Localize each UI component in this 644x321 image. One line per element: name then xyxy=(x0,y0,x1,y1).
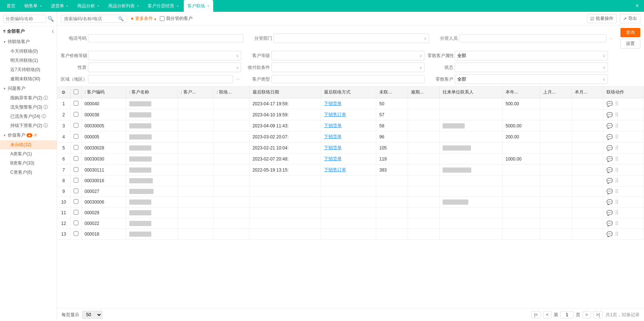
close-pa-icon[interactable]: × xyxy=(97,4,99,8)
status-select[interactable]: ∨ xyxy=(455,63,608,72)
my-customers-checkbox-area[interactable]: 我分管的客户 xyxy=(160,15,193,22)
grid-action-icon[interactable]: ⠿ xyxy=(615,112,619,118)
page-input[interactable] xyxy=(560,311,574,318)
grid-action-icon[interactable]: ⠿ xyxy=(615,145,619,151)
chat-icon[interactable]: 💬 xyxy=(606,156,613,162)
nav-purchase[interactable]: 进货单 × xyxy=(47,0,72,12)
grid-action-icon[interactable]: ⠿ xyxy=(615,188,619,194)
first-page-btn[interactable]: |< xyxy=(531,311,541,318)
grid-action-icon[interactable]: ⠿ xyxy=(615,156,619,162)
grid-action-icon[interactable]: ⠿ xyxy=(615,178,619,184)
sidebar-item-declining[interactable]: 持续下滑客户(2) ⓘ xyxy=(0,121,57,130)
sidebar-item-class-a[interactable]: A类客户(1) xyxy=(0,149,57,159)
nav-customer-tier[interactable]: 客户分层经营 × xyxy=(144,0,182,12)
close-purchase-icon[interactable]: × xyxy=(66,4,68,8)
customer-level-select[interactable]: ∨ xyxy=(271,51,425,60)
problem-customers-section[interactable]: ▼ 问题客户 xyxy=(0,84,57,94)
grid-action-icon[interactable]: ⠿ xyxy=(615,123,619,129)
td-checkbox[interactable] xyxy=(70,176,81,186)
pending-contact-section[interactable]: ▼ 待联络客户 xyxy=(0,37,57,47)
all-customers-header[interactable]: ⠿ 全部客户 《 xyxy=(0,26,57,37)
nav-sales[interactable]: 销售单 × xyxy=(21,0,46,12)
chat-icon[interactable]: 💬 xyxy=(606,178,613,184)
sidebar-item-churn-warning[interactable]: 流失预警客户(3) ⓘ xyxy=(0,103,57,112)
grid-action-icon[interactable]: ⠿ xyxy=(615,221,619,226)
sidebar-item-7days[interactable]: 近7天待联络(0) xyxy=(0,65,57,74)
nav-product-analysis-list[interactable]: 商品分析列表 × xyxy=(105,0,143,12)
refresh-icon[interactable]: ↺ xyxy=(34,133,37,138)
td-checkbox[interactable] xyxy=(70,120,81,131)
grid-action-icon[interactable]: ⠿ xyxy=(615,167,619,173)
chat-icon[interactable]: 💬 xyxy=(606,112,613,118)
td-checkbox[interactable] xyxy=(70,165,81,176)
sidebar-item-overdue[interactable]: 逾期未联络(30) xyxy=(0,74,57,84)
main-search-icon[interactable]: 🔍 xyxy=(118,16,124,21)
reset-button[interactable]: 设置 xyxy=(620,39,640,49)
person-dots-btn[interactable]: ··· xyxy=(608,36,615,41)
nature-select[interactable]: ∨ xyxy=(88,63,241,72)
sidebar-item-today[interactable]: 今天待联络(0) xyxy=(0,47,57,56)
th-gear[interactable]: ⚙ xyxy=(57,87,70,98)
chat-icon[interactable]: 💬 xyxy=(606,145,613,151)
close-all-button[interactable]: × xyxy=(633,3,641,9)
grid-action-icon[interactable]: ⠿ xyxy=(615,134,619,140)
grid-action-icon[interactable]: ⠿ xyxy=(615,231,619,237)
sidebar-item-ungroupe[interactable]: 未分组(32) xyxy=(0,140,57,149)
customer-type-input[interactable] xyxy=(271,75,425,83)
chat-icon[interactable]: 💬 xyxy=(606,101,613,107)
nav-home[interactable]: 首页 xyxy=(3,0,19,12)
price-level-select[interactable]: ∨ xyxy=(88,51,241,60)
batch-op-btn[interactable]: ☑ 批量操作 xyxy=(587,14,617,23)
td-checkbox[interactable] xyxy=(70,109,81,120)
th-checkbox[interactable] xyxy=(70,87,81,98)
grid-action-icon[interactable]: ⠿ xyxy=(615,199,619,205)
chat-icon[interactable]: 💬 xyxy=(606,210,613,216)
more-conditions-btn[interactable]: ▼ 更多条件 ▲ xyxy=(130,15,157,22)
td-checkbox[interactable] xyxy=(70,197,81,208)
close-cc-icon[interactable]: × xyxy=(207,4,210,8)
td-checkbox[interactable] xyxy=(70,186,81,197)
close-ct-icon[interactable]: × xyxy=(176,4,179,8)
export-btn[interactable]: ↗ 导出 xyxy=(620,14,640,23)
category-search-icon[interactable]: 🔍 xyxy=(47,16,54,22)
region-input[interactable] xyxy=(88,75,233,83)
prev-page-btn[interactable]: < xyxy=(543,311,552,318)
td-checkbox[interactable] xyxy=(70,131,81,142)
nav-product-analysis[interactable]: 商品分析 × xyxy=(74,0,103,12)
chat-icon[interactable]: 💬 xyxy=(606,231,613,237)
chat-icon[interactable]: 💬 xyxy=(606,167,613,173)
my-customers-checkbox[interactable] xyxy=(160,16,165,21)
td-checkbox[interactable] xyxy=(70,208,81,218)
sidebar-item-churned[interactable]: 已流失客户(24) ⓘ xyxy=(0,112,57,121)
sidebar-item-class-c[interactable]: C类客户(6) xyxy=(0,168,57,177)
chat-icon[interactable]: 💬 xyxy=(606,123,613,129)
value-customers-section[interactable]: ▼ 价值客户 ● ↺ xyxy=(0,130,57,140)
dept-select[interactable]: ∨ xyxy=(274,33,429,43)
sidebar-item-tomorrow[interactable]: 明天待联络(1) xyxy=(0,56,57,65)
grid-action-icon[interactable]: ⠿ xyxy=(615,101,619,107)
query-button[interactable]: 查询 xyxy=(620,28,640,37)
chat-icon[interactable]: 💬 xyxy=(606,134,613,140)
category-search-input[interactable] xyxy=(3,15,46,23)
person-input[interactable] xyxy=(459,34,606,42)
chat-icon[interactable]: 💬 xyxy=(606,188,613,194)
next-page-btn[interactable]: > xyxy=(583,311,591,318)
chat-icon[interactable]: 💬 xyxy=(606,221,613,226)
main-search-input[interactable] xyxy=(64,16,117,21)
td-checkbox[interactable] xyxy=(70,142,81,154)
td-checkbox[interactable] xyxy=(70,154,81,165)
payment-select[interactable]: ∨ xyxy=(271,63,425,72)
select-all-checkbox[interactable] xyxy=(74,89,78,94)
td-checkbox[interactable] xyxy=(70,218,81,229)
chat-icon[interactable]: 💬 xyxy=(606,199,613,205)
sidebar-item-class-b[interactable]: B类客户(33) xyxy=(0,159,57,168)
td-checkbox[interactable] xyxy=(70,98,81,109)
scattered-attr-select[interactable]: 全部 ∨ xyxy=(455,51,608,60)
scattered-select[interactable]: 全部 ∨ xyxy=(455,74,608,84)
last-page-btn[interactable]: >| xyxy=(593,311,603,318)
page-size-select[interactable]: 50 100 200 xyxy=(82,311,102,319)
region-dots-btn[interactable]: ··· xyxy=(235,77,241,82)
phone-input[interactable] xyxy=(88,34,243,42)
sidebar-item-abnormal[interactable]: 囤购异常客户(2) ⓘ xyxy=(0,94,57,103)
close-sales-icon[interactable]: × xyxy=(40,4,42,8)
